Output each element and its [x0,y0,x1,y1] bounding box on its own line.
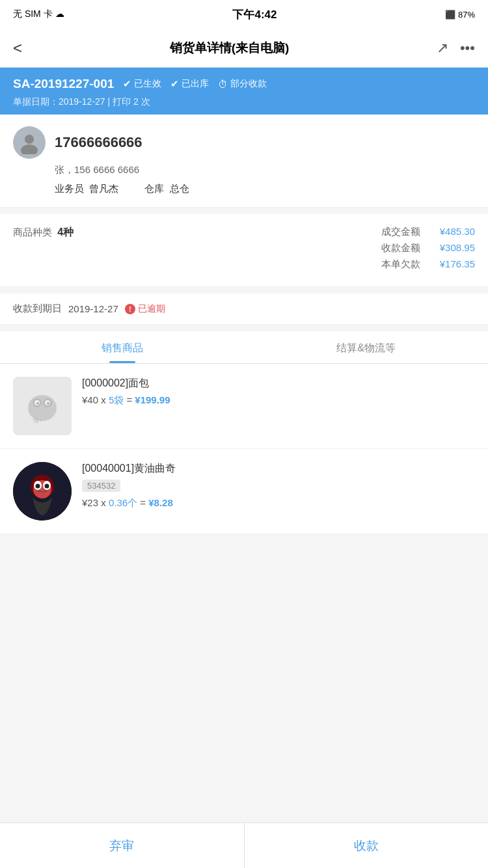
clock-icon: ⏱ [218,79,228,90]
owed-amount-label: 本单欠款 [381,258,420,271]
share-icon[interactable]: ↗ [437,40,448,57]
svg-text:猫+: 猫+ [33,417,42,424]
tabs-section: 销售商品 结算&物流等 [0,331,488,364]
back-button[interactable]: < [13,39,22,57]
deal-amount-row: 成交金额 ¥485.30 [381,226,475,238]
tab-sales-label: 销售商品 [102,342,143,353]
overdue-badge: ! 已逾期 [125,303,165,315]
overdue-icon: ! [125,304,135,314]
collect-payment-button[interactable]: 收款 [245,823,489,868]
customer-meta: 业务员 曾凡杰 仓库 总仓 [13,183,475,195]
status-effected-label: 已生效 [134,78,161,90]
battery-icon: ⬛ 87% [445,10,475,20]
due-date-section: 收款到期日 2019-12-27 ! 已逾期 [0,293,488,325]
svg-point-8 [47,402,49,405]
svg-point-1 [21,144,38,154]
svg-point-16 [45,484,49,489]
check-icon-1: ✔ [123,78,131,90]
nav-bar: < 销货单详情(来自电脑) ↗ ••• [0,29,488,68]
salesperson-value: 曾凡杰 [89,183,118,194]
collect-payment-label: 收款 [354,837,379,854]
product-sku-2: 534532 [82,480,120,492]
status-effected: ✔ 已生效 [123,78,161,90]
product-name-2: [00040001]黄油曲奇 [82,462,475,476]
product-info-1: [0000002]面包 ¥40 x 5袋 = ¥199.99 [82,377,475,407]
status-partial-label: 部分收款 [230,78,267,90]
product-info-2: [00040001]黄油曲奇 534532 ¥23 x 0.36个 = ¥8.2… [82,462,475,509]
svg-point-0 [25,135,34,144]
product-total-1: ¥199.99 [135,394,170,405]
status-right: ⬛ 87% [445,10,475,20]
order-banner: SA-20191227-001 ✔ 已生效 ✔ 已出库 ⏱ 部分收款 单据日期：… [0,68,488,115]
nav-icons: ↗ ••• [437,40,475,57]
status-bar: 无 SIM 卡 ☁ 下午4:42 ⬛ 87% [0,0,488,29]
owed-amount-row: 本单欠款 ¥176.35 [381,258,475,271]
warehouse-label: 仓库 [144,183,167,194]
received-amount-row: 收款金额 ¥308.95 [381,242,475,254]
tab-underline [109,361,135,363]
status-partial: ⏱ 部分收款 [218,78,267,90]
deal-amount-label: 成交金额 [381,226,420,238]
tab-settlement-label: 结算&物流等 [336,342,396,353]
check-icon-2: ✔ [170,78,179,90]
salesperson-info: 业务员 曾凡杰 [55,183,118,195]
status-time: 下午4:42 [232,7,277,22]
product-qty-1: 5袋 [109,394,124,405]
product-price-1: ¥40 x 5袋 = ¥199.99 [82,394,475,407]
page-title: 销货单详情(来自电脑) [170,40,290,57]
warehouse-value: 总仓 [170,183,189,194]
due-date-label: 收款到期日 [13,303,62,315]
status-left: 无 SIM 卡 ☁ [13,8,64,20]
product-total-2: ¥8.28 [148,497,173,508]
products-section: 猫+ [0000002]面包 ¥40 x 5袋 = ¥199.99 [0,364,488,534]
warehouse-info: 仓库 总仓 [144,183,189,195]
due-date-value: 2019-12-27 [68,303,118,314]
salesperson-label: 业务员 [55,183,87,194]
received-amount-value: ¥308.95 [440,242,475,254]
category-count: 4种 [57,226,74,237]
amount-summary: 成交金额 ¥485.30 收款金额 ¥308.95 本单欠款 ¥176.35 [381,226,475,275]
bottom-bar: 弃审 收款 [0,822,488,868]
owed-amount-value: ¥176.35 [440,258,475,271]
order-banner-top: SA-20191227-001 ✔ 已生效 ✔ 已出库 ⏱ 部分收款 [13,77,475,91]
received-amount-label: 收款金额 [381,242,420,254]
order-date-row: 单据日期：2019-12-27 | 打印 2 次 [13,96,475,108]
status-shipped-label: 已出库 [182,78,209,90]
summary-section: 商品种类 4种 成交金额 ¥485.30 收款金额 ¥308.95 本单欠款 ¥… [0,214,488,287]
category-label: 商品种类 4种 [13,226,74,239]
customer-name: 张，156 6666 6666 [13,164,475,176]
status-shipped: ✔ 已出库 [170,78,209,90]
product-item: 猫+ [0000002]面包 ¥40 x 5袋 = ¥199.99 [0,364,488,449]
abandon-review-button[interactable]: 弃审 [0,823,245,868]
product-qty-2: 0.36个 [109,497,137,508]
tabs-row: 销售商品 结算&物流等 [0,331,488,363]
svg-point-15 [36,484,40,489]
customer-phone: 17666666666 [55,134,142,151]
more-icon[interactable]: ••• [460,40,475,57]
tab-settlement[interactable]: 结算&物流等 [244,331,488,363]
tab-sales-products[interactable]: 销售商品 [0,331,244,363]
product-image-2 [13,462,72,521]
order-number: SA-20191227-001 [13,77,114,91]
date-label: 单据日期：2019-12-27 | 打印 2 次 [13,96,150,107]
svg-point-7 [36,402,39,405]
product-item-2: [00040001]黄油曲奇 534532 ¥23 x 0.36个 = ¥8.2… [0,449,488,534]
category-info: 商品种类 4种 [13,226,74,239]
deal-amount-value: ¥485.30 [440,226,475,238]
product-price-2: ¥23 x 0.36个 = ¥8.28 [82,497,475,509]
abandon-review-label: 弃审 [109,837,134,854]
avatar [13,126,46,159]
customer-top: 17666666666 [13,126,475,159]
product-image-1: 猫+ [13,377,72,435]
product-name-1: [0000002]面包 [82,377,475,390]
customer-section: 17666666666 张，156 6666 6666 业务员 曾凡杰 仓库 总… [0,115,488,208]
overdue-label: 已逾期 [138,303,165,315]
